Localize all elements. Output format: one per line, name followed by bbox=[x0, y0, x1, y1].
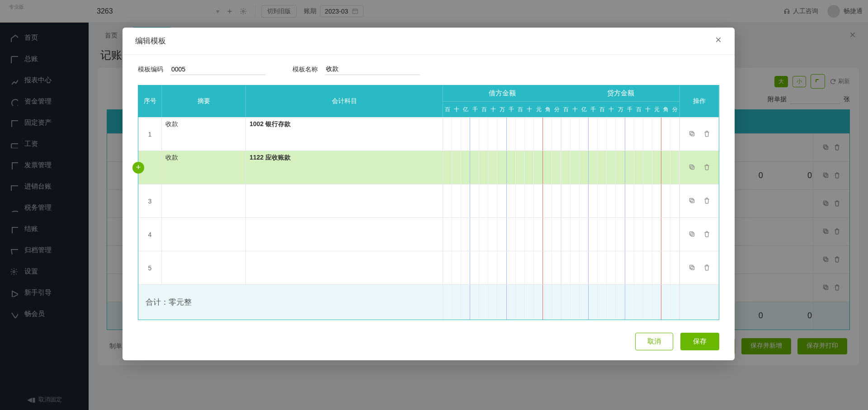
template-name-input[interactable] bbox=[325, 64, 420, 75]
template-code-input[interactable] bbox=[170, 64, 265, 75]
row-subject[interactable] bbox=[246, 218, 443, 251]
copy-row-icon[interactable] bbox=[689, 164, 695, 172]
col-subject: 会计科目 bbox=[246, 85, 443, 117]
copy-row-icon[interactable] bbox=[689, 264, 695, 272]
delete-row-icon[interactable] bbox=[703, 231, 710, 239]
template-row[interactable]: 5 bbox=[138, 251, 719, 284]
row-abstract[interactable]: 收款 bbox=[162, 118, 246, 151]
row-debit[interactable] bbox=[443, 118, 561, 151]
col-action: 操作 bbox=[680, 85, 719, 117]
template-row[interactable]: +收款1122 应收账款 bbox=[138, 151, 719, 184]
copy-row-icon[interactable] bbox=[689, 231, 695, 239]
row-seq: + bbox=[138, 151, 162, 184]
row-debit[interactable] bbox=[443, 251, 561, 284]
row-abstract[interactable] bbox=[162, 251, 246, 284]
row-credit[interactable] bbox=[561, 218, 680, 251]
row-abstract[interactable] bbox=[162, 184, 246, 217]
row-seq: 5 bbox=[138, 251, 162, 284]
copy-row-icon[interactable] bbox=[689, 130, 695, 138]
delete-row-icon[interactable] bbox=[703, 164, 710, 172]
col-credit: 贷方金额 bbox=[561, 85, 679, 102]
row-abstract[interactable] bbox=[162, 218, 246, 251]
row-debit[interactable] bbox=[443, 151, 561, 184]
add-row-button[interactable]: + bbox=[132, 162, 144, 174]
delete-row-icon[interactable] bbox=[703, 264, 710, 272]
row-subject[interactable] bbox=[246, 184, 443, 217]
modal-save-button[interactable]: 保存 bbox=[680, 333, 719, 350]
row-debit[interactable] bbox=[443, 184, 561, 217]
template-table: 序号 摘要 会计科目 借方金额 百十亿千百十万千百十元角分 贷方金额 百十亿千百… bbox=[138, 85, 719, 320]
delete-row-icon[interactable] bbox=[703, 130, 710, 138]
template-row[interactable]: 3 bbox=[138, 184, 719, 217]
col-seq: 序号 bbox=[138, 85, 162, 117]
row-actions bbox=[680, 151, 719, 184]
template-row[interactable]: 4 bbox=[138, 217, 719, 251]
row-actions bbox=[680, 118, 719, 151]
row-seq: 4 bbox=[138, 218, 162, 251]
row-debit[interactable] bbox=[443, 218, 561, 251]
cancel-button[interactable]: 取消 bbox=[635, 333, 673, 350]
row-credit[interactable] bbox=[561, 184, 680, 217]
row-actions bbox=[680, 184, 719, 217]
row-actions bbox=[680, 218, 719, 251]
row-subject[interactable]: 1122 应收账款 bbox=[246, 151, 443, 184]
col-abstract: 摘要 bbox=[162, 85, 246, 117]
row-abstract[interactable]: 收款 bbox=[162, 151, 246, 184]
row-seq: 3 bbox=[138, 184, 162, 217]
total-label: 合计：零元整 bbox=[138, 285, 443, 320]
template-name-label: 模板名称 bbox=[292, 66, 318, 74]
modal-close-icon[interactable] bbox=[715, 36, 722, 46]
row-subject[interactable] bbox=[246, 251, 443, 284]
row-actions bbox=[680, 251, 719, 284]
template-row[interactable]: 1收款1002 银行存款 bbox=[138, 117, 719, 151]
row-credit[interactable] bbox=[561, 151, 680, 184]
copy-row-icon[interactable] bbox=[689, 197, 695, 205]
row-seq: 1 bbox=[138, 118, 162, 151]
col-debit: 借方金额 bbox=[443, 85, 561, 102]
row-credit[interactable] bbox=[561, 118, 680, 151]
template-code-label: 模板编码 bbox=[138, 66, 163, 74]
row-subject[interactable]: 1002 银行存款 bbox=[246, 118, 443, 151]
delete-row-icon[interactable] bbox=[703, 197, 710, 205]
modal-title: 编辑模板 bbox=[135, 36, 166, 46]
edit-template-modal: 编辑模板 模板编码 模板名称 序号 摘要 会计科目 借方金额 百十亿千百十万千百… bbox=[123, 28, 735, 360]
row-credit[interactable] bbox=[561, 251, 680, 284]
